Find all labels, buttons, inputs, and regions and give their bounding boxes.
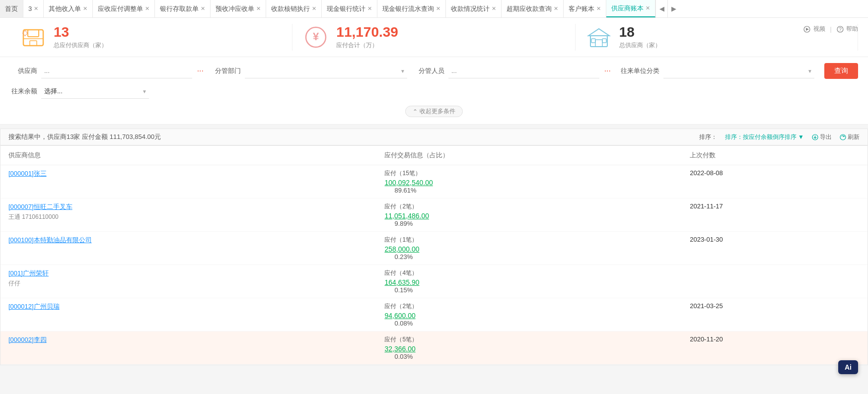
table-header-row: 供应商信息 应付交易信息（占比） 上次付数 [0,146,868,165]
summary-text-payable-suppliers: 13 总应付供应商（家） [54,25,107,50]
svg-rect-10 [591,39,595,43]
video-link[interactable]: 视频 [803,25,825,33]
tx-amount[interactable]: 94,600.00 [384,312,674,320]
filter-unit-type: 往来单位分类 ▼ [621,64,814,78]
supplier-link[interactable]: [000002]李四 [8,336,47,343]
nav-tab-bank-deposit[interactable]: 银行存取款单 ✕ [155,0,211,17]
supplier-link[interactable]: [001]广州荣轩 [8,269,49,277]
nav-tab-prepay-ar-label: 预收冲应收单 [216,4,254,13]
last-pay-cell: 2020-11-20 [682,331,868,365]
total-suppliers-count: 18 [619,25,661,40]
tx-percent: 0.23% [394,253,413,261]
tx-info-cell: 应付（4笔）164,635.900.15% [376,265,682,298]
svg-rect-7 [590,36,607,47]
close-tab-customer-ledger[interactable]: ✕ [596,5,601,12]
close-tab-other-income[interactable]: ✕ [83,5,87,12]
summary-item-payable-suppliers: 13 总应付供应商（家） [10,24,292,51]
tx-info-cell: 应付（15笔）100,092,540.0089.61% [376,165,682,198]
nav-next-button[interactable]: ▶ [667,0,679,17]
ai-badge[interactable]: Ai [838,360,858,365]
sort-link[interactable]: 排序：按应付余额倒序排序 ▼ [725,133,804,141]
unit-type-select[interactable] [663,64,814,78]
nav-tab-3-label: 3 [28,5,32,12]
tx-info-cell: 应付（5笔）32,366.000.03% [376,331,682,365]
nav-tab-home[interactable]: 首页 [0,0,23,17]
tx-percent: 0.15% [394,286,413,294]
th-tx-info: 应付交易信息（占比） [376,146,682,165]
collapse-label: 收起更多条件 [420,107,455,116]
nav-tab-cash-bank-stats[interactable]: 现金银行统计 ✕ [322,0,377,17]
supplier-link[interactable]: [000007]恒旺二手叉车 [8,203,72,210]
nav-tab-payment-stats-label: 收款情况统计 [451,4,490,13]
yuan-icon: ¥ [302,24,329,51]
tx-percent: 0.03% [394,353,413,360]
close-tab-ar-ap-adjust[interactable]: ✕ [145,5,149,12]
supplier-table: 供应商信息 应付交易信息（占比） 上次付数 [000001]张三应付（15笔）1… [0,146,868,365]
nav-tab-ar-ap-adjust-label: 应收应付调整单 [98,4,143,13]
last-pay-cell: 2023-01-30 [682,232,868,265]
close-tab-bank-deposit[interactable]: ✕ [201,5,205,12]
tx-info-cell: 应付（2笔）94,600.000.08% [376,298,682,331]
nav-tab-payment-verify[interactable]: 收款核销执行 ✕ [266,0,322,17]
nav-tab-prepay-ar[interactable]: 预收冲应收单 ✕ [211,0,266,17]
payable-total-label: 应付合计（万） [336,41,398,50]
table-row: [000100]本特勤油品有限公司应付（1笔）258,000.000.23%20… [0,232,868,265]
svg-point-18 [840,134,846,140]
tx-label: 应付（4笔） [384,269,418,276]
unit-type-filter-label: 往来单位分类 [621,66,659,75]
person-filter-input[interactable] [448,64,599,78]
close-tab-payment-stats[interactable]: ✕ [492,5,496,12]
unit-type-select-wrap: ▼ [663,64,814,78]
sort-label: 排序： [699,133,717,141]
filter-area: 供应商 ··· 分管部门 ▼ 分管人员 ··· 往来单位分类 [0,57,868,125]
supplier-filter-input[interactable] [41,64,192,78]
nav-tab-supplier-ledger[interactable]: 供应商账本 ✕ [606,0,655,17]
refresh-button[interactable]: 刷新 [840,133,860,141]
tx-amount[interactable]: 258,000.00 [384,245,674,253]
tx-amount[interactable]: 11,051,486.00 [384,212,674,220]
supplier-link[interactable]: [000100]本特勤油品有限公司 [8,236,92,244]
dept-select-wrap: ▼ [245,64,407,78]
right-actions: 排序： 排序：按应付余额倒序排序 ▼ 导出 刷新 [699,133,860,141]
nav-tab-overdue-ar[interactable]: 超期应收款查询 ✕ [502,0,564,17]
nav-tab-cash-bank-query[interactable]: 现金银行流水查询 ✕ [377,0,446,17]
close-tab-supplier-ledger[interactable]: ✕ [646,5,650,11]
export-button[interactable]: 导出 [812,133,832,141]
close-tab-cash-bank-stats[interactable]: ✕ [367,5,372,12]
tx-percent: 9.89% [394,220,413,227]
close-tab-cash-bank-query[interactable]: ✕ [436,5,440,12]
nav-prev-button[interactable]: ◀ [655,0,667,17]
table-row: [001]广州荣轩仔仔应付（4笔）164,635.900.15% [0,265,868,298]
dept-select[interactable] [245,64,407,78]
nav-tab-customer-ledger[interactable]: 客户账本 ✕ [564,0,606,17]
tx-amount[interactable]: 32,366.00 [384,345,674,353]
data-table-wrap: 供应商信息 应付交易信息（占比） 上次付数 [000001]张三应付（15笔）1… [0,145,868,365]
close-tab-prepay-ar[interactable]: ✕ [256,5,261,12]
nav-tab-3[interactable]: 3 ✕ [23,0,44,17]
nav-tab-cash-bank-query-label: 现金银行流水查询 [382,4,434,13]
nav-tab-other-income[interactable]: 其他收入单 ✕ [44,0,93,17]
nav-tab-ar-ap-adjust[interactable]: 应收应付调整单 ✕ [93,0,155,17]
supplier-link[interactable]: [000012]广州贝瑞 [8,303,60,310]
close-tab-3[interactable]: ✕ [34,5,38,12]
tx-info-cell: 应付（1笔）258,000.000.23% [376,232,682,265]
nav-tab-customer-ledger-label: 客户账本 [569,4,594,13]
supplier-filter-dots[interactable]: ··· [197,66,204,75]
person-filter-dots[interactable]: ··· [604,66,611,75]
query-button[interactable]: 查询 [824,63,858,79]
supplier-link[interactable]: [000001]张三 [8,170,47,177]
tx-amount[interactable]: 164,635.90 [384,278,674,286]
filter-supplier: 供应商 ··· [10,64,204,78]
filter-row-2: 往来余额 选择... ▼ [10,84,858,99]
close-tab-overdue-ar[interactable]: ✕ [554,5,558,12]
balance-select[interactable]: 选择... [41,84,149,99]
tx-amount[interactable]: 100,092,540.00 [384,179,674,187]
summary-text-total-suppliers: 18 总供应商（家） [619,25,661,50]
help-link[interactable]: ? 帮助 [837,25,858,33]
nav-tab-bank-deposit-label: 银行存取款单 [160,4,199,13]
collapse-button[interactable]: ⌃ 收起更多条件 [405,106,463,117]
supplier-info-cell: [000001]张三 [0,165,376,198]
close-tab-payment-verify[interactable]: ✕ [312,5,316,12]
last-pay-cell [682,265,868,298]
nav-tab-payment-stats[interactable]: 收款情况统计 ✕ [446,0,502,17]
